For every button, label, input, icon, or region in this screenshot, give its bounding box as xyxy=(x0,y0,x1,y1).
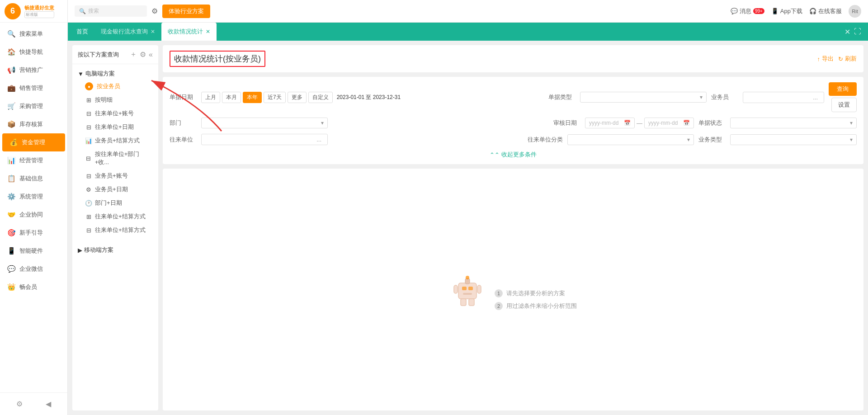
add-scheme-icon[interactable]: ＋ xyxy=(130,50,137,59)
scheme-item-by-salesman[interactable]: ● 按业务员 xyxy=(72,80,158,93)
empty-tips: 1 请先选择要分析的方案 2 用过滤条件来缩小分析范围 xyxy=(495,289,577,310)
scheme-item-salesman-settle[interactable]: 📊 业务员+结算方式 xyxy=(72,134,158,147)
date-btn-more[interactable]: 更多 xyxy=(288,92,307,103)
query-btn[interactable]: 查询 xyxy=(829,82,857,96)
sidebar-item-enterprise[interactable]: 🤝 企业协同 xyxy=(0,206,67,224)
inventory-icon: 📦 xyxy=(7,120,16,129)
sidebar-item-wechat[interactable]: 💬 企业微信 xyxy=(0,260,67,278)
filter-row-2: 部门 ▾ 审核日期 yyyy-mm-dd 📅 — yy xyxy=(170,118,857,128)
desktop-scheme-header[interactable]: ▼ 电脑端方案 xyxy=(72,68,158,80)
system-icon: ⚙️ xyxy=(7,192,16,201)
close-window-icon[interactable]: ✕ xyxy=(844,28,850,36)
settings-btn[interactable]: 设置 xyxy=(831,98,857,112)
salesman-dots[interactable]: ... xyxy=(811,94,820,101)
expand-icon: ▼ xyxy=(78,71,84,77)
sidebar-item-basicinfo[interactable]: 📋 基础信息 xyxy=(0,170,67,188)
scheme-item-unit-date[interactable]: ⊟ 往来单位+日期 xyxy=(72,120,158,134)
sidebar-item-member[interactable]: 👑 畅会员 xyxy=(0,278,67,296)
svg-point-5 xyxy=(466,276,469,279)
scheme-settings-icon[interactable]: ⚙ xyxy=(140,50,146,59)
hardware-icon: 📱 xyxy=(7,246,16,255)
date-btn-this-year[interactable]: 本年 xyxy=(243,92,262,103)
counterpart-select[interactable]: ... xyxy=(201,134,328,145)
user-avatar[interactable]: Rit xyxy=(849,5,861,18)
sidebar-item-operation[interactable]: 📊 经营管理 xyxy=(0,151,67,170)
doc-type-select[interactable]: ▾ xyxy=(580,92,707,103)
export-btn[interactable]: ↑ 导出 xyxy=(817,55,834,63)
sidebar-item-quicknav[interactable]: 🏠 快捷导航 xyxy=(0,43,67,61)
table-icon-4: ⊟ xyxy=(85,172,92,179)
topbar: 🔍 搜索 ⚙ 体验行业方案 💬 消息 99+ 📱 App下载 🎧 在线客服 Ri… xyxy=(68,0,868,23)
scheme-item-unit-settle2[interactable]: ⊟ 往来单位+结算方式 xyxy=(72,223,158,237)
refresh-icon: ↻ xyxy=(838,56,843,62)
dept-label: 部门 xyxy=(170,119,197,127)
date-btn-last-month[interactable]: 上月 xyxy=(201,92,220,103)
settings-bottom-icon[interactable]: ⚙ xyxy=(16,400,23,408)
right-panel: 收款情况统计(按业务员) ↑ 导出 ↻ 刷新 单据日期 xyxy=(163,45,863,410)
date-range-display: 2023-01-01 至 2023-12-31 xyxy=(337,94,401,101)
online-service-btn[interactable]: 🎧 在线客服 xyxy=(809,7,842,15)
sidebar-item-search[interactable]: 🔍 搜索菜单 xyxy=(0,25,67,43)
collapse-panel-icon[interactable]: « xyxy=(149,51,153,59)
calendar-icon-from: 📅 xyxy=(624,120,631,126)
date-btn-custom[interactable]: 自定义 xyxy=(308,92,333,103)
scheme-item-unit-dept[interactable]: ⊟ 按往来单位+部门+收... xyxy=(72,147,158,169)
message-btn[interactable]: 💬 消息 99+ xyxy=(731,7,764,15)
doc-status-select[interactable]: ▾ xyxy=(730,118,857,128)
app-download-btn[interactable]: 📱 App下载 xyxy=(771,7,802,15)
table-icon-1: ⊟ xyxy=(85,110,92,117)
search-icon: 🔍 xyxy=(7,29,16,38)
salesman-select[interactable]: ... xyxy=(743,92,824,103)
topbar-search-box[interactable]: 🔍 搜索 xyxy=(75,5,147,17)
mobile-scheme-header[interactable]: ▶ 移动端方案 xyxy=(72,244,158,256)
sidebar-item-hardware[interactable]: 📱 智能硬件 xyxy=(0,242,67,260)
operation-icon: 📊 xyxy=(7,156,16,165)
filter-area: 单据日期 上月 本月 本年 近7天 更多 自定义 2023-01-01 至 20… xyxy=(163,77,863,164)
biz-type-select[interactable]: ▾ xyxy=(730,134,857,145)
date-btn-this-month[interactable]: 本月 xyxy=(222,92,241,103)
scheme-item-unit-settle1[interactable]: ⊞ 往来单位+结算方式 xyxy=(72,210,158,223)
scheme-item-by-detail[interactable]: ⊞ 按明细 xyxy=(72,93,158,107)
date-label: 单据日期 xyxy=(170,93,197,101)
dept-select[interactable]: ▾ xyxy=(201,118,328,128)
tab-bank[interactable]: 现金银行流水查询 ✕ xyxy=(94,23,161,41)
doc-status-arrow: ▾ xyxy=(850,120,853,126)
sidebar-item-purchase[interactable]: 🛒 采购管理 xyxy=(0,97,67,115)
tab-home[interactable]: 首页 xyxy=(70,23,94,41)
topbar-gear-icon[interactable]: ⚙ xyxy=(151,7,158,15)
scheme-item-dept-date[interactable]: 🕐 部门+日期 xyxy=(72,196,158,210)
collapse-sidebar-icon[interactable]: ◀ xyxy=(46,400,51,408)
tabbar-right: ✕ ⛶ xyxy=(844,28,866,36)
sidebar-item-system[interactable]: ⚙️ 系统管理 xyxy=(0,188,67,206)
chart-icon: 📊 xyxy=(85,137,92,144)
trial-btn[interactable]: 体验行业方案 xyxy=(162,5,210,18)
purchase-icon: 🛒 xyxy=(7,102,16,111)
scheme-item-unit-account[interactable]: ⊟ 往来单位+账号 xyxy=(72,107,158,120)
sidebar: 6 畅捷通好生意 标准版 🔍 搜索菜单 🏠 快捷导航 📢 营销推广 💼 销售管理… xyxy=(0,0,68,415)
tab-collection[interactable]: 收款情况统计 ✕ xyxy=(161,23,217,41)
counterpart-dots[interactable]: ... xyxy=(314,136,324,143)
search-icon-top: 🔍 xyxy=(79,8,86,14)
collapse-filters-btn[interactable]: ⌃⌃ 收起更多条件 xyxy=(170,151,857,159)
audit-date-to[interactable]: yyyy-mm-dd 📅 xyxy=(644,118,694,128)
maximize-icon[interactable]: ⛶ xyxy=(854,28,861,36)
audit-date-from[interactable]: yyyy-mm-dd 📅 xyxy=(585,118,635,128)
sidebar-item-marketing[interactable]: 📢 营销推广 xyxy=(0,61,67,79)
desktop-scheme-group: ▼ 电脑端方案 ● 按业务员 ⊞ 按明细 ⊟ 往来单位+账号 ⊟ 往来单位+ xyxy=(72,64,158,241)
date-btn-7days[interactable]: 近7天 xyxy=(264,92,286,103)
left-panel-actions: ＋ ⚙ « xyxy=(130,50,153,59)
sidebar-item-finance[interactable]: 💰 资金管理 xyxy=(2,133,65,151)
tab-close-bank[interactable]: ✕ xyxy=(151,28,155,35)
scheme-item-salesman-account[interactable]: ⊟ 业务员+账号 xyxy=(72,169,158,183)
sidebar-item-inventory[interactable]: 📦 库存核算 xyxy=(0,115,67,133)
message-icon: 💬 xyxy=(731,8,738,14)
sidebar-item-sales[interactable]: 💼 销售管理 xyxy=(0,79,67,97)
refresh-btn[interactable]: ↻ 刷新 xyxy=(838,55,857,63)
audit-date-group: yyyy-mm-dd 📅 — yyyy-mm-dd 📅 xyxy=(585,118,694,128)
counterpart-type-select[interactable]: ▾ xyxy=(567,134,694,145)
scheme-item-salesman-date[interactable]: ⚙ 业务员+日期 xyxy=(72,183,158,196)
home-icon: 🏠 xyxy=(7,47,16,57)
sidebar-item-guide[interactable]: 🎯 新手引导 xyxy=(0,224,67,242)
tab-close-collection[interactable]: ✕ xyxy=(206,28,210,35)
page-header: 收款情况统计(按业务员) ↑ 导出 ↻ 刷新 xyxy=(163,45,863,72)
